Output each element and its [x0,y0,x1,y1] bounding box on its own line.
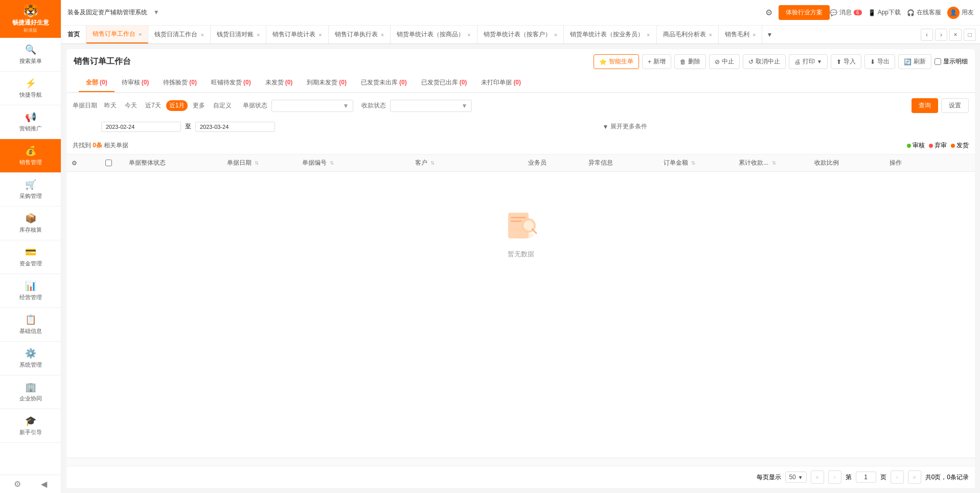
user-profile[interactable]: 👤 用友 [947,7,974,19]
filter-tab-pending-review[interactable]: 待审核(0) [115,74,156,92]
query-btn[interactable]: 查询 [911,98,938,113]
sidebar-item-search[interactable]: 🔍 搜索菜单 [0,38,61,72]
tab-sales-exec[interactable]: 销售订单执行表× [329,26,391,43]
filter-tab-all[interactable]: 全部(0) [79,74,115,92]
col-status-header[interactable]: 单据整体状态 [124,154,222,172]
tab-close-sales-profit[interactable]: × [753,32,756,38]
tab-close-cash-daily[interactable]: × [200,32,203,38]
date-quick-btn-昨天[interactable]: 昨天 [101,100,120,111]
review-action-btn[interactable]: 审核 [907,141,925,150]
message-action[interactable]: 💬 消息 6 [830,8,862,17]
date-to-input[interactable] [195,122,275,132]
tab-close-sales-summary-product[interactable]: × [467,32,470,38]
tab-prev-btn[interactable]: ‹ [921,29,933,41]
print-btn[interactable]: 🖨 打印 ▼ [789,54,828,69]
tab-cash-reconcile[interactable]: 钱货日清对账× [211,26,266,43]
date-quick-btn-自定义[interactable]: 自定义 [210,100,235,111]
filter-tab-not-shipped[interactable]: 未发货(0) [258,74,300,92]
col-customer-header[interactable]: 客户 ⇅ [410,154,523,172]
refresh-btn[interactable]: 🔄 刷新 [898,54,931,69]
import-btn[interactable]: ⬆ 导入 [831,54,861,69]
tab-sales-summary-staff[interactable]: 销货单统计表（按业务员）× [564,26,656,43]
page-last-btn[interactable]: » [908,470,921,484]
tab-close-sales-workbench[interactable]: × [139,31,142,37]
filter-tab-not-printed[interactable]: 未打印单据(0) [474,74,528,92]
tab-home[interactable]: 首页 [61,26,86,43]
export-btn[interactable]: ⬇ 导出 [864,54,895,69]
page-size-select[interactable]: 50 ▼ [785,472,806,483]
sidebar-item-quick-nav[interactable]: ⚡ 快捷导航 [0,72,61,105]
tab-close-sales-stats[interactable]: × [318,32,322,38]
scrollbar-area[interactable] [66,458,975,466]
sidebar-item-finance[interactable]: 💳 资金管理 [0,240,61,274]
tab-close-cash-reconcile[interactable]: × [257,32,260,38]
collapse-sidebar-icon[interactable]: ◀ [41,479,47,489]
tab-close-all-btn[interactable]: × [949,29,962,41]
status-select[interactable]: ▼ [271,100,353,112]
tab-sales-workbench[interactable]: 销售订单工作台× [86,26,148,43]
ship-action-btn[interactable]: 发货 [951,141,969,150]
tab-cash-daily[interactable]: 钱货日清工作台× [148,26,210,43]
tab-sales-stats[interactable]: 销售订单统计表× [266,26,328,43]
sidebar-item-basic[interactable]: 📋 基础信息 [0,308,61,342]
col-amount-header[interactable]: 订单金额 ⇅ [658,154,734,172]
tab-sales-summary-customer[interactable]: 销货单统计表（按客户）× [477,26,564,43]
filter-tab-shipped-not-out[interactable]: 已发货未出库(0) [354,74,414,92]
cancel-stop-btn[interactable]: ↺ 取消中止 [743,54,786,69]
show-detail-label[interactable]: 显示明细 [935,57,968,66]
sidebar-item-sales[interactable]: 💰 销售管理 [0,139,61,173]
date-quick-btn-更多[interactable]: 更多 [190,100,208,111]
delete-btn[interactable]: 🗑 删除 [674,54,706,69]
col-abnormal-header[interactable]: 异常信息 [583,154,658,172]
col-checkbox-header[interactable] [94,154,124,172]
filter-tab-pending-check[interactable]: 待拣验货(0) [156,74,204,92]
tab-close-sales-summary-customer[interactable]: × [554,32,557,38]
col-no-header[interactable]: 单据编号 ⇅ [297,154,410,172]
date-quick-btn-今天[interactable]: 今天 [122,100,140,111]
sidebar-item-operations[interactable]: 📊 经营管理 [0,274,61,308]
expand-conditions-btn[interactable]: ▼ 展开更多条件 [599,120,652,133]
date-quick-btn-近1月[interactable]: 近1月 [166,100,188,111]
tab-sales-profit[interactable]: 销售毛利× [719,26,762,43]
add-btn[interactable]: + 新增 [642,54,671,69]
tab-goods-margin[interactable]: 商品毛利分析表× [657,26,719,43]
app-download-action[interactable]: 📱 App下载 [868,8,901,17]
page-first-btn[interactable]: « [811,470,824,484]
tab-close-goods-margin[interactable]: × [709,32,712,38]
tab-next-btn[interactable]: › [935,29,947,41]
solution-btn[interactable]: 体验行业方案 [779,5,830,20]
tab-close-sales-summary-staff[interactable]: × [647,32,650,38]
tabs-overflow-btn[interactable]: ▼ [762,31,777,38]
col-received-header[interactable]: 累计收款... ⇅ [734,154,809,172]
sidebar-item-marketing[interactable]: 📢 营销推广 [0,105,61,139]
date-quick-btn-近7天[interactable]: 近7天 [142,100,164,111]
cancel-review-action-btn[interactable]: 弃审 [929,141,947,150]
settings-footer-icon[interactable]: ⚙ [14,479,21,489]
col-staff-header[interactable]: 业务员 [523,154,583,172]
stop-btn[interactable]: ⊘ 中止 [709,54,740,69]
tab-close-sales-exec[interactable]: × [381,32,384,38]
sidebar-item-inventory[interactable]: 📦 库存核算 [0,207,61,240]
page-next-btn[interactable]: › [891,470,904,484]
sidebar-item-enterprise[interactable]: 🏢 企业协同 [0,375,61,409]
show-detail-checkbox[interactable] [935,58,941,65]
date-from-input[interactable] [101,122,181,132]
select-all-checkbox[interactable] [105,160,112,166]
filter-tab-overdue-not-shipped[interactable]: 到期未发货(0) [300,74,354,92]
topbar-settings-icon[interactable]: ⚙ [765,8,772,17]
settings-btn[interactable]: 设置 [941,98,969,113]
filter-tab-shipped-out[interactable]: 已发货已出库(0) [414,74,474,92]
tab-sales-summary-product[interactable]: 销货单统计表（按商品）× [391,26,477,43]
online-service-action[interactable]: 🎧 在线客服 [907,8,941,17]
payment-select[interactable]: ▼ [390,100,472,112]
dropdown-arrow[interactable]: ▼ [153,9,159,16]
smart-create-btn[interactable]: ⭐ 智能生单 [594,54,639,69]
page-number-input[interactable] [856,472,876,483]
sidebar-item-purchase[interactable]: 🛒 采购管理 [0,173,61,207]
page-prev-btn[interactable]: ‹ [828,470,841,484]
col-settings-header[interactable]: ⚙ [66,154,94,172]
sidebar-item-system[interactable]: ⚙️ 系统管理 [0,342,61,375]
tab-maximize-btn[interactable]: □ [964,29,976,41]
col-date-header[interactable]: 单据日期 ⇅ [222,154,297,172]
filter-tab-wangpu-pending[interactable]: 旺铺待发货(0) [204,74,258,92]
